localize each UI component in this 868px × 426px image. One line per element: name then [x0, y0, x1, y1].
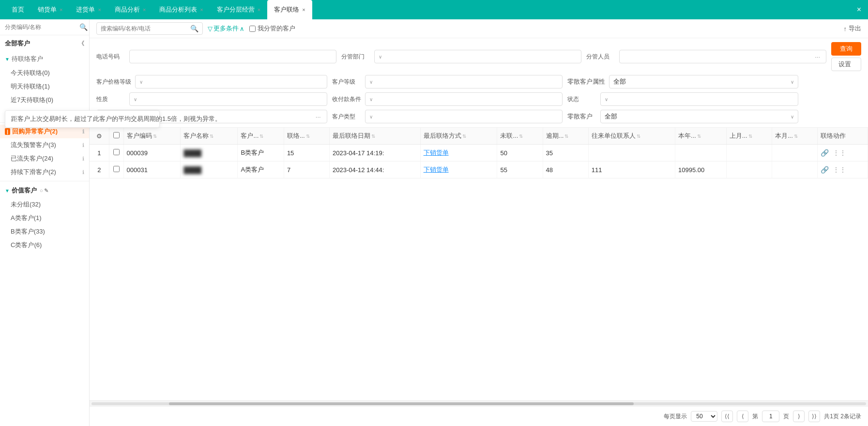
export-btn[interactable]: ↑ 导出: [844, 24, 862, 33]
sidebar-search-icon[interactable]: 🔍: [79, 23, 88, 31]
total-label: 共1页 2条记录: [824, 412, 861, 421]
sidebar-search-input[interactable]: [5, 24, 77, 30]
contact-action-icon-2[interactable]: 🔗: [821, 166, 829, 174]
field-scattered-attr-input[interactable]: 全部 ∨: [609, 75, 798, 88]
sidebar-item-c-class[interactable]: C类客户(6): [0, 238, 89, 252]
first-page-btn[interactable]: ⟨⟨: [721, 411, 733, 422]
field-phone: 电话号码: [96, 50, 336, 63]
sidebar-item-lost[interactable]: 已流失客户(24) ℹ: [0, 152, 89, 165]
field-manager-input[interactable]: ···: [619, 50, 826, 63]
close-purchase-icon[interactable]: ×: [98, 7, 101, 13]
field-payment-input[interactable]: ∨: [365, 92, 563, 106]
scrollbar-thumb[interactable]: [169, 402, 634, 405]
th-this-year-label: 本年...: [678, 132, 696, 140]
sort-overdue-icon[interactable]: ⇅: [564, 133, 568, 139]
close-customer-contact-icon[interactable]: ×: [302, 7, 305, 13]
field-status-input[interactable]: ∨: [600, 92, 798, 106]
last-method-link-1[interactable]: 下销货单: [424, 149, 449, 156]
cell-unit-contact-2: 111: [588, 162, 675, 178]
th-gear[interactable]: ⚙: [90, 128, 109, 145]
nav-item-customer-tier[interactable]: 客户分层经营 ×: [210, 0, 267, 19]
sidebar-item-churn-warning[interactable]: 流失预警客户(3) ℹ: [0, 138, 89, 152]
sort-contact-icon[interactable]: ⇅: [306, 133, 310, 139]
row-checkbox-2[interactable]: [113, 166, 120, 172]
sidebar-item-7days[interactable]: 近7天待联络(0): [0, 93, 89, 107]
nav-item-analysis[interactable]: 商品分析 ×: [108, 0, 152, 19]
sort-this-month-icon[interactable]: ⇅: [794, 133, 798, 139]
field-price-tier-input[interactable]: ∨: [135, 75, 327, 88]
field-scattered-customer: 零散客户 全部 ∨: [567, 110, 798, 123]
nav-item-customer-contact[interactable]: 客户联络 ×: [267, 0, 312, 19]
select-all-checkbox[interactable]: [113, 132, 120, 138]
contact-action-icon-1[interactable]: 🔗: [821, 149, 829, 157]
my-customers-checkbox[interactable]: [249, 26, 256, 32]
cell-code-1: 000039: [123, 145, 181, 162]
page-input[interactable]: [762, 411, 779, 422]
sidebar-item-declining[interactable]: 持续下滑客户(2) ℹ: [0, 165, 89, 179]
status-arrow: ∨: [605, 97, 608, 102]
close-analysis-list-icon[interactable]: ×: [200, 7, 203, 13]
th-check[interactable]: [109, 128, 123, 145]
sort-name-icon[interactable]: ⇅: [210, 133, 213, 139]
last-page-btn[interactable]: ⟩⟩: [808, 411, 820, 422]
sidebar-collapse-btn[interactable]: 《: [78, 40, 84, 48]
next-page-btn[interactable]: ⟩: [793, 411, 805, 422]
field-phone-input[interactable]: [129, 50, 336, 63]
close-sales-icon[interactable]: ×: [60, 7, 62, 13]
th-code-label: 客户编码: [127, 132, 152, 140]
sort-category-icon[interactable]: ⇅: [259, 133, 263, 139]
scrollbar-track[interactable]: [91, 402, 866, 405]
cell-action-2: 🔗 ⋮⋮: [818, 162, 868, 178]
sidebar-item-unclassified[interactable]: 未分组(32): [0, 198, 89, 211]
sidebar-item-a-class[interactable]: A类客户(1): [0, 211, 89, 225]
nav-item-analysis-list[interactable]: 商品分析列表 ×: [152, 0, 210, 19]
sidebar-divider-2: [0, 181, 89, 181]
sort-this-year-icon[interactable]: ⇅: [697, 133, 701, 139]
search-input[interactable]: [101, 25, 190, 32]
close-all-tabs-icon[interactable]: ×: [857, 5, 861, 14]
page-size-select[interactable]: 50 20 100: [691, 411, 717, 422]
query-btn[interactable]: 查询: [831, 42, 861, 56]
search-icon[interactable]: 🔍: [190, 25, 198, 32]
cell-check-1[interactable]: [109, 145, 123, 162]
sort-unit-contact-icon[interactable]: ⇅: [637, 133, 640, 139]
gear-icon[interactable]: ⚙: [96, 132, 102, 140]
sidebar-item-today[interactable]: 今天待联络(0): [0, 66, 89, 80]
sidebar-group-pending-header[interactable]: ▼ 待联络客户: [0, 52, 89, 66]
last-method-link-2[interactable]: 下销货单: [424, 166, 449, 173]
edit-value-customer-icon[interactable]: ○: [40, 188, 43, 193]
nav-label-home: 首页: [12, 5, 24, 14]
cell-check-2[interactable]: [109, 162, 123, 178]
sidebar-group-pending-label: 待联络客户: [12, 55, 43, 63]
price-tier-arrow: ∨: [139, 79, 143, 85]
more-action-icon-1[interactable]: ⋮⋮: [833, 149, 846, 157]
sort-last-date-icon[interactable]: ⇅: [371, 133, 375, 139]
sort-uncontact-icon[interactable]: ⇅: [519, 133, 523, 139]
field-customer-tier-input[interactable]: ∨: [365, 75, 563, 88]
nav-item-home[interactable]: 首页: [5, 0, 31, 19]
th-last-month-label: 上月...: [730, 132, 747, 140]
settings-value-customer-icon[interactable]: ✎: [44, 188, 48, 194]
more-action-icon-2[interactable]: ⋮⋮: [833, 166, 846, 174]
sort-last-month-icon[interactable]: ⇅: [748, 133, 752, 139]
settings-btn[interactable]: 设置: [831, 58, 861, 71]
my-customers-checkbox-label[interactable]: 我分管的客户: [249, 24, 295, 33]
sidebar-item-b-class[interactable]: B类客户(33): [0, 225, 89, 238]
field-scattered-customer-input[interactable]: 全部 ∨: [600, 110, 798, 123]
nav-item-purchase[interactable]: 进货单 ×: [69, 0, 107, 19]
field-nature-input[interactable]: ∨: [129, 92, 327, 106]
row-checkbox-1[interactable]: [113, 149, 120, 155]
sidebar-item-tomorrow[interactable]: 明天待联络(1): [0, 80, 89, 93]
horizontal-scrollbar[interactable]: [90, 400, 868, 406]
triangle-value-icon: ▼: [5, 188, 10, 193]
more-conditions-btn[interactable]: ▽ 更多条件 ∧: [208, 24, 244, 33]
close-analysis-icon[interactable]: ×: [143, 7, 146, 13]
nav-item-sales[interactable]: 销货单 ×: [31, 0, 69, 19]
field-dept-input[interactable]: ∨: [374, 50, 581, 63]
sort-code-icon[interactable]: ⇅: [153, 133, 157, 139]
sidebar-value-customer-header[interactable]: ▼ 价值客户 ○ ✎: [0, 183, 89, 198]
sort-last-method-icon[interactable]: ⇅: [462, 133, 466, 139]
field-customer-type-input[interactable]: ∨: [365, 110, 563, 123]
prev-page-btn[interactable]: ⟨: [737, 411, 748, 422]
close-customer-tier-icon[interactable]: ×: [258, 7, 260, 13]
